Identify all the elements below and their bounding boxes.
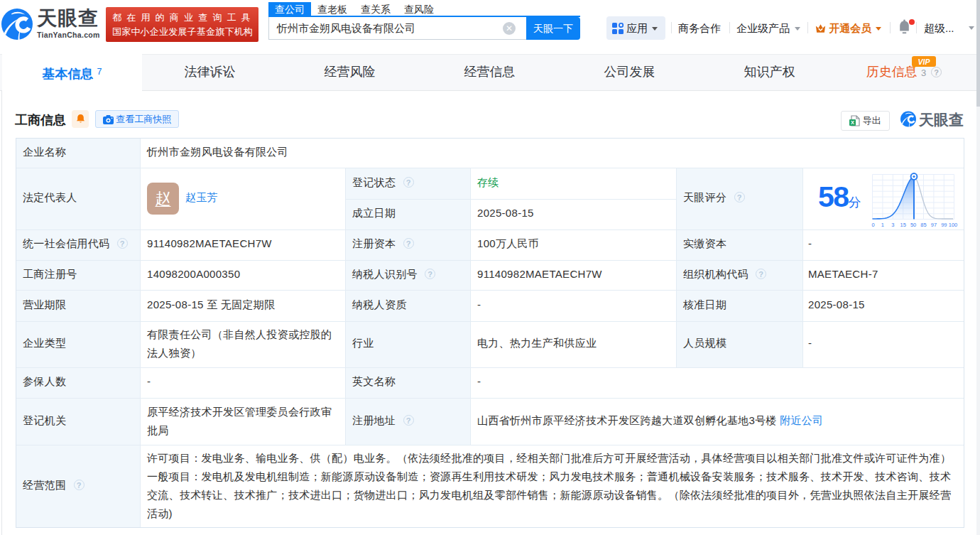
svg-text:50: 50 [910,222,916,228]
svg-text:15: 15 [900,222,906,228]
svg-text:97: 97 [931,222,937,228]
svg-text:1: 1 [881,222,884,228]
svg-text:100: 100 [949,222,958,228]
svg-text:0: 0 [871,222,874,228]
svg-text:99: 99 [941,222,947,228]
svg-text:85: 85 [920,222,926,228]
svg-text:X: X [851,119,854,126]
svg-text:3: 3 [891,222,894,228]
svg-text:VIP: VIP [918,58,931,66]
svg-text:天眼查: 天眼查 [918,112,964,128]
